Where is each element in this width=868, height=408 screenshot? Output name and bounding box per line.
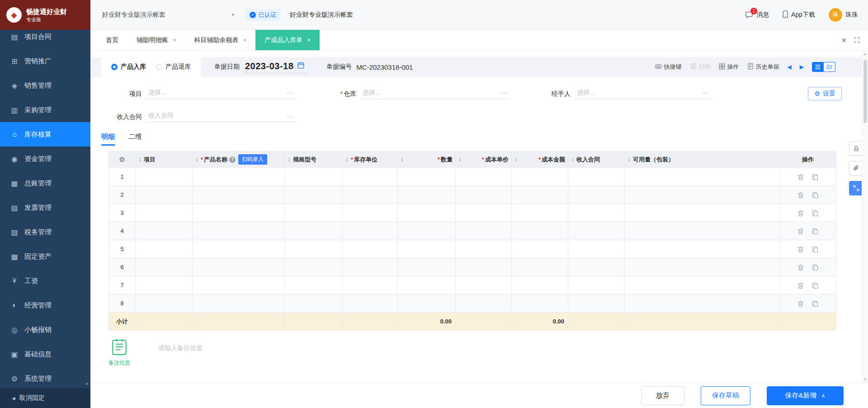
- sort-icon[interactable]: ▲▼: [401, 157, 404, 162]
- sort-icon[interactable]: ▲▼: [138, 157, 142, 162]
- cell-available-qty[interactable]: [625, 222, 780, 240]
- table-settings-header[interactable]: ⚙: [109, 152, 136, 168]
- cell-project[interactable]: [136, 204, 193, 222]
- cell-unit-cost[interactable]: [456, 222, 512, 240]
- cell-spec-model[interactable]: [285, 222, 343, 240]
- sidebar-item[interactable]: ¥ 工资: [0, 269, 90, 293]
- cell-cost-amount[interactable]: [512, 204, 568, 222]
- cell-cost-amount[interactable]: [512, 222, 568, 240]
- cell-cost-amount[interactable]: [512, 294, 568, 313]
- cell-unit-cost[interactable]: [456, 168, 512, 186]
- sort-icon[interactable]: ▲▼: [288, 157, 291, 162]
- cell-project[interactable]: [136, 240, 193, 258]
- vertical-scrollbar[interactable]: ▲ ▼: [862, 51, 868, 383]
- delete-row-icon[interactable]: [797, 228, 804, 235]
- sidebar-item[interactable]: ◉ 资金管理: [0, 147, 90, 171]
- sidebar-item[interactable]: ⊞ 营销推广: [0, 49, 90, 73]
- cell-project[interactable]: [136, 258, 193, 276]
- sidebar-item[interactable]: ⌂ 库存核算: [0, 122, 90, 147]
- close-icon[interactable]: ×: [243, 37, 247, 43]
- cell-stock-unit[interactable]: [343, 276, 398, 294]
- more-icon[interactable]: ···: [501, 90, 508, 96]
- sidebar-item[interactable]: ▤ 项目合同: [0, 30, 90, 49]
- tab-home[interactable]: 首页: [97, 30, 127, 50]
- tab-aux-detail-ledger[interactable]: 辅助明细账 ×: [127, 30, 185, 50]
- copy-row-icon[interactable]: [812, 264, 818, 271]
- cell-quantity[interactable]: [398, 222, 456, 240]
- more-icon[interactable]: ···: [702, 90, 709, 96]
- cell-quantity[interactable]: [398, 258, 456, 276]
- close-icon[interactable]: ×: [307, 37, 311, 43]
- cell-available-qty[interactable]: [625, 204, 780, 222]
- prev-doc-icon[interactable]: ◀: [788, 64, 792, 70]
- delete-row-icon[interactable]: [797, 300, 804, 307]
- delete-row-icon[interactable]: [797, 264, 804, 271]
- cell-project[interactable]: [136, 168, 193, 186]
- cell-project[interactable]: [136, 294, 193, 313]
- sort-icon[interactable]: ▲▼: [514, 157, 518, 162]
- close-icon[interactable]: ×: [173, 37, 176, 43]
- cell-quantity[interactable]: [398, 204, 456, 222]
- project-input[interactable]: 选择... ···: [146, 88, 296, 99]
- cell-spec-model[interactable]: [285, 204, 343, 222]
- cell-cost-amount[interactable]: [512, 258, 568, 276]
- sidebar-item[interactable]: ▨ 发票管理: [0, 195, 90, 220]
- cell-stock-unit[interactable]: [343, 294, 398, 313]
- save-draft-button[interactable]: 保存草稿: [701, 386, 750, 405]
- user-menu[interactable]: 珠 珠珠: [829, 8, 858, 22]
- cell-income-contract[interactable]: [568, 240, 625, 258]
- scrollbar-thumb[interactable]: [863, 60, 867, 123]
- cell-spec-model[interactable]: [285, 258, 343, 276]
- sidebar-item[interactable]: ▣ 基础信息: [0, 342, 90, 366]
- unpin-button[interactable]: ◀ 取消固定: [0, 388, 90, 408]
- copy-row-icon[interactable]: [812, 210, 818, 217]
- scroll-down-icon[interactable]: ▼: [863, 376, 867, 383]
- cell-cost-amount[interactable]: [512, 240, 568, 258]
- close-all-tabs-icon[interactable]: ✕: [841, 37, 847, 44]
- cell-available-qty[interactable]: [625, 294, 780, 313]
- more-icon[interactable]: ···: [287, 90, 294, 96]
- delete-row-icon[interactable]: [797, 246, 804, 253]
- copy-row-icon[interactable]: [812, 300, 818, 307]
- warehouse-input[interactable]: 选择... ···: [361, 88, 510, 99]
- cell-unit-cost[interactable]: [456, 204, 512, 222]
- sidebar-item[interactable]: ▩ 固定资产: [0, 244, 90, 269]
- cell-available-qty[interactable]: [625, 276, 780, 294]
- next-doc-icon[interactable]: ▶: [800, 64, 804, 70]
- remark-input[interactable]: 请输入备注信息: [158, 338, 851, 352]
- cell-product-name[interactable]: [193, 276, 285, 294]
- cell-spec-model[interactable]: [285, 276, 343, 294]
- cell-product-name[interactable]: [193, 204, 285, 222]
- tab-finished-goods-inbound[interactable]: 产成品入库单 ×: [255, 30, 320, 50]
- gear-icon[interactable]: ⚙: [112, 156, 132, 164]
- date-field[interactable]: 2023-03-18: [244, 61, 307, 73]
- cell-income-contract[interactable]: [568, 222, 625, 240]
- tab-2d[interactable]: 二维: [128, 129, 142, 146]
- tab-detail[interactable]: 明细: [101, 129, 115, 146]
- cell-stock-unit[interactable]: [343, 204, 398, 222]
- messages-button[interactable]: 1 消息: [745, 11, 769, 19]
- sort-icon[interactable]: ▲▼: [571, 157, 574, 162]
- sidebar-scroll-down-icon[interactable]: ▾: [86, 381, 88, 386]
- cell-product-name[interactable]: [193, 186, 285, 204]
- sidebar-item[interactable]: ◐ 经营管理: [0, 293, 90, 318]
- cell-cost-amount[interactable]: [512, 186, 568, 204]
- copy-row-icon[interactable]: [812, 282, 818, 289]
- cell-spec-model[interactable]: [285, 240, 343, 258]
- cell-product-name[interactable]: [193, 168, 285, 186]
- cell-project[interactable]: [136, 276, 193, 294]
- cell-income-contract[interactable]: [568, 204, 625, 222]
- cell-stock-unit[interactable]: [343, 168, 398, 186]
- cell-product-name[interactable]: [193, 294, 285, 313]
- sidebar-item[interactable]: ▥ 采购管理: [0, 98, 90, 122]
- cell-available-qty[interactable]: [625, 168, 780, 186]
- sort-icon[interactable]: ▲▼: [458, 157, 462, 162]
- cell-quantity[interactable]: [398, 240, 456, 258]
- more-icon[interactable]: ···: [287, 113, 294, 119]
- cell-income-contract[interactable]: [568, 294, 625, 313]
- account-set-select[interactable]: 好业财专业版演示帐套 ▾: [100, 8, 236, 22]
- cell-available-qty[interactable]: [625, 258, 780, 276]
- cell-quantity[interactable]: [398, 168, 456, 186]
- cell-unit-cost[interactable]: [456, 258, 512, 276]
- cell-project[interactable]: [136, 186, 193, 204]
